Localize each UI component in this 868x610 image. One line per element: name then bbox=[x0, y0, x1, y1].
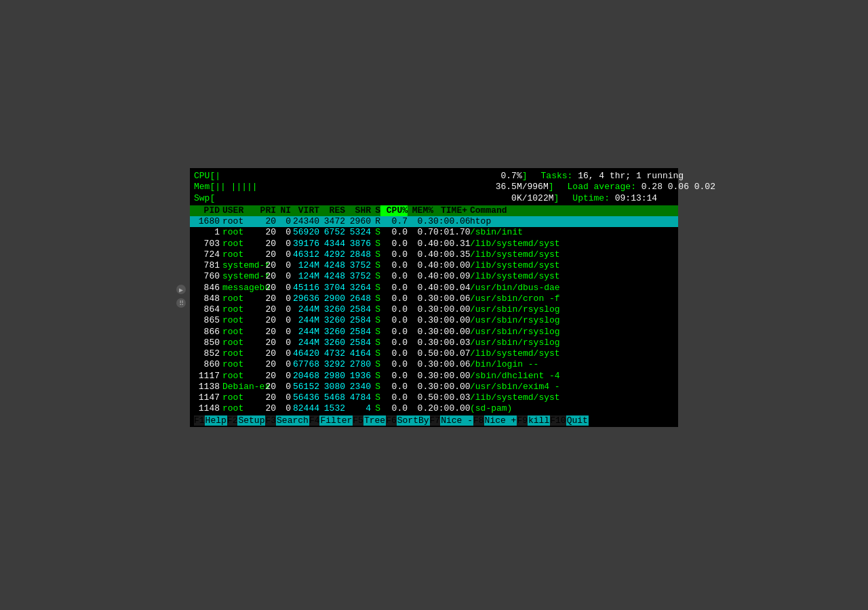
fn-num-F10: F10 bbox=[550, 415, 566, 426]
virt-cell: 56920 bbox=[291, 227, 319, 238]
mem-cell: 0.3 bbox=[408, 327, 433, 338]
header-section: CPU [| 0.7%] Tasks: 16, 4 thr; 1 running… bbox=[190, 168, 678, 205]
table-row[interactable]: 846messagebu2004511637043264S0.00.40:00.… bbox=[190, 283, 678, 293]
virt-cell: 29636 bbox=[291, 293, 319, 304]
table-row[interactable]: 1147root2005643654684784S0.00.50:00.03/l… bbox=[190, 392, 678, 403]
cmd-cell: /lib/systemd/syst bbox=[467, 260, 560, 271]
footer-f4[interactable]: F4Filter bbox=[309, 415, 353, 426]
cpu-cell: 0.0 bbox=[380, 392, 408, 403]
footer-f3[interactable]: F3Search bbox=[265, 415, 309, 426]
table-row[interactable]: 1680root2002434034722960R0.70.30:00.06ht… bbox=[190, 216, 678, 227]
shr-cell: 2584 bbox=[345, 304, 371, 315]
virt-cell: 56152 bbox=[291, 382, 319, 392]
table-row[interactable]: 866root200244M32602584S0.00.30:00.00/usr… bbox=[190, 327, 678, 338]
table-row[interactable]: 850root200244M32602584S0.00.30:00.03/usr… bbox=[190, 338, 678, 348]
pid-cell: 760 bbox=[194, 271, 220, 282]
col-virt: VIRT bbox=[291, 205, 319, 216]
pri-cell: 20 bbox=[257, 338, 276, 348]
mem-cell: 0.7 bbox=[408, 227, 433, 238]
virt-cell: 45116 bbox=[291, 283, 319, 293]
table-row[interactable]: 852root2004642047324164S0.00.50:00.07/li… bbox=[190, 348, 678, 359]
user-cell: messagebu bbox=[220, 283, 257, 293]
shr-cell: 2340 bbox=[345, 382, 371, 392]
shr-cell: 2584 bbox=[345, 327, 371, 338]
res-cell: 3080 bbox=[319, 382, 345, 392]
time-cell: 0:00.03 bbox=[433, 338, 467, 348]
table-row[interactable]: 860root2006776832922780S0.00.30:00.06/bi… bbox=[190, 359, 678, 370]
footer-f2[interactable]: F2Setup bbox=[227, 415, 266, 426]
cmd-cell: /lib/systemd/syst bbox=[467, 392, 560, 403]
pri-cell: 20 bbox=[257, 293, 276, 304]
user-cell: Debian-ex bbox=[220, 382, 257, 392]
s-cell: S bbox=[371, 283, 380, 293]
table-row[interactable]: 781systemd-t200124M42483752S0.00.40:00.0… bbox=[190, 260, 678, 271]
fn-num-F8: F8 bbox=[473, 415, 484, 426]
left-dot-1: ▶ bbox=[176, 285, 186, 294]
uptime-val: 09:13:14 bbox=[615, 193, 657, 204]
time-cell: 0:00.00 bbox=[433, 315, 467, 326]
cpu-val: 0.7% bbox=[501, 171, 522, 182]
footer-f9[interactable]: F9kill bbox=[517, 415, 550, 426]
res-cell: 3260 bbox=[319, 338, 345, 348]
mem-cell: 0.3 bbox=[408, 304, 433, 315]
table-row[interactable]: 865root200244M32602584S0.00.30:00.00/usr… bbox=[190, 315, 678, 326]
footer-f7[interactable]: F7Nice - bbox=[430, 415, 473, 426]
time-cell: 0:00.00 bbox=[433, 260, 467, 271]
footer-f6[interactable]: F6SortBy bbox=[386, 415, 429, 426]
shr-cell: 1936 bbox=[345, 371, 371, 382]
virt-cell: 244M bbox=[291, 338, 319, 348]
cpu-cell: 0.0 bbox=[380, 227, 408, 238]
table-row[interactable]: 864root200244M32602584S0.00.30:00.00/usr… bbox=[190, 304, 678, 315]
col-command: Command bbox=[467, 205, 507, 216]
col-s: S bbox=[371, 205, 380, 216]
table-row[interactable]: 703root2003917643443876S0.00.40:00.31/li… bbox=[190, 239, 678, 249]
pri-cell: 20 bbox=[257, 403, 276, 414]
cmd-cell: /usr/sbin/rsyslog bbox=[467, 304, 560, 315]
virt-cell: 244M bbox=[291, 304, 319, 315]
footer-f10[interactable]: F10Quit bbox=[550, 415, 589, 426]
footer[interactable]: F1HelpF2SetupF3SearchF4FilterF5TreeF6Sor… bbox=[190, 415, 678, 427]
s-cell: S bbox=[371, 271, 380, 282]
table-row[interactable]: 760systemd-t200124M42483752S0.00.40:00.0… bbox=[190, 271, 678, 282]
time-cell: 0:00.07 bbox=[433, 348, 467, 359]
terminal-window[interactable]: CPU [| 0.7%] Tasks: 16, 4 thr; 1 running… bbox=[190, 168, 678, 427]
ni-cell: 0 bbox=[276, 392, 291, 403]
res-cell: 3292 bbox=[319, 359, 345, 370]
cpu-cell: 0.0 bbox=[380, 382, 408, 392]
s-cell: S bbox=[371, 315, 380, 326]
swp-val: 0K/1022M bbox=[511, 193, 553, 204]
fn-label-F6: SortBy bbox=[397, 415, 430, 426]
table-row[interactable]: 1138Debian-ex2005615230802340S0.00.30:00… bbox=[190, 382, 678, 392]
time-cell: 0:00.06 bbox=[433, 216, 467, 227]
cpu-cell: 0.0 bbox=[380, 249, 408, 260]
ni-cell: 0 bbox=[276, 371, 291, 382]
footer-f1[interactable]: F1Help bbox=[194, 415, 227, 426]
shr-cell: 3876 bbox=[345, 239, 371, 249]
table-row[interactable]: 1117root2002046829801936S0.00.30:00.00/s… bbox=[190, 371, 678, 382]
swp-bar-open: [ bbox=[210, 193, 215, 204]
table-row[interactable]: 848root2002963629002648S0.00.30:00.06/us… bbox=[190, 293, 678, 304]
res-cell: 4292 bbox=[319, 249, 345, 260]
pri-cell: 20 bbox=[257, 327, 276, 338]
table-row[interactable]: 1148root2008244415324S0.00.20:00.00(sd-p… bbox=[190, 403, 678, 414]
res-cell: 4248 bbox=[319, 271, 345, 282]
pid-cell: 850 bbox=[194, 338, 220, 348]
time-cell: 0:00.06 bbox=[433, 359, 467, 370]
ni-cell: 0 bbox=[276, 403, 291, 414]
cmd-cell: /usr/sbin/exim4 - bbox=[467, 382, 560, 392]
mem-cell: 0.3 bbox=[408, 293, 433, 304]
table-row[interactable]: 724root2004631242922848S0.00.40:00.35/li… bbox=[190, 249, 678, 260]
footer-f8[interactable]: F8Nice + bbox=[473, 415, 517, 426]
cpu-cell: 0.0 bbox=[380, 403, 408, 414]
pid-cell: 865 bbox=[194, 315, 220, 326]
mem-cell: 0.4 bbox=[408, 260, 433, 271]
virt-cell: 244M bbox=[291, 315, 319, 326]
pid-cell: 781 bbox=[194, 260, 220, 271]
pri-cell: 20 bbox=[257, 271, 276, 282]
s-cell: S bbox=[371, 304, 380, 315]
ni-cell: 0 bbox=[276, 382, 291, 392]
res-cell: 3260 bbox=[319, 327, 345, 338]
table-row[interactable]: 1root2005692067525324S0.00.70:01.70/sbin… bbox=[190, 227, 678, 238]
footer-f5[interactable]: F5Tree bbox=[353, 415, 386, 426]
shr-cell: 2960 bbox=[345, 216, 371, 227]
